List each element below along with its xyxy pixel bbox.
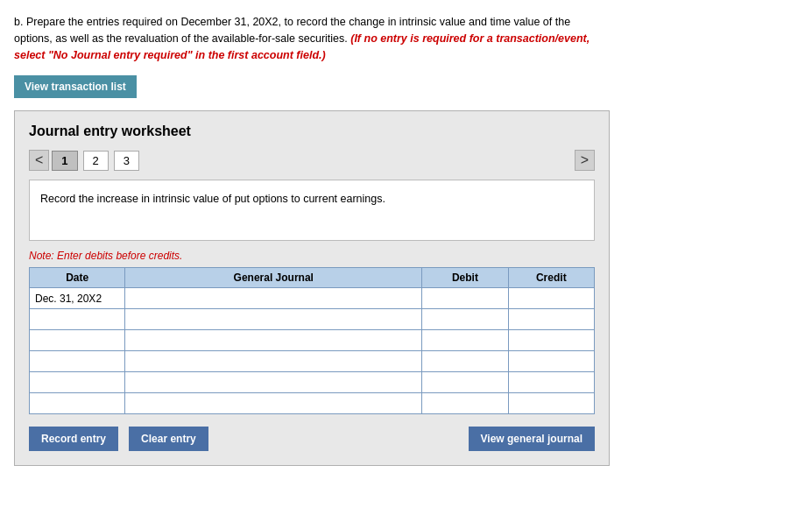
credit-cell[interactable] <box>508 330 594 351</box>
col-header-date: Date <box>30 268 125 288</box>
credit-cell[interactable] <box>508 288 594 309</box>
debit-cell[interactable] <box>422 351 508 372</box>
tab-3[interactable]: 3 <box>114 151 139 171</box>
col-header-debit: Debit <box>422 268 508 288</box>
journal-input[interactable] <box>131 356 416 368</box>
journal-input[interactable] <box>131 314 416 326</box>
credit-cell[interactable] <box>508 393 594 414</box>
journal-cell[interactable] <box>125 351 422 372</box>
journal-input[interactable] <box>131 398 416 410</box>
tab-1[interactable]: 1 <box>52 151 77 171</box>
credit-input[interactable] <box>514 314 589 326</box>
nav-next-arrow[interactable]: > <box>575 150 595 171</box>
table-row: Dec. 31, 20X2 <box>30 288 595 309</box>
table-row <box>30 393 595 414</box>
table-row <box>30 330 595 351</box>
tab-2[interactable]: 2 <box>83 151 109 171</box>
debit-cell[interactable] <box>422 393 508 414</box>
nav-row: < 1 2 3 > <box>29 150 595 171</box>
nav-prev-arrow[interactable]: < <box>29 150 49 171</box>
worksheet-container: Journal entry worksheet < 1 2 3 > Record… <box>14 110 610 466</box>
journal-cell[interactable] <box>125 393 422 414</box>
col-header-general-journal: General Journal <box>125 268 422 288</box>
credit-input[interactable] <box>514 398 589 410</box>
debit-input[interactable] <box>427 398 502 410</box>
debit-cell[interactable] <box>422 372 508 393</box>
date-cell <box>30 393 125 414</box>
journal-cell[interactable] <box>125 288 422 309</box>
debit-cell[interactable] <box>422 330 508 351</box>
col-header-credit: Credit <box>508 268 594 288</box>
date-cell: Dec. 31, 20X2 <box>30 288 125 309</box>
record-entry-button[interactable]: Record entry <box>29 427 118 451</box>
credit-input[interactable] <box>514 377 589 389</box>
debit-input[interactable] <box>427 377 502 389</box>
instructions-text: b. Prepare the entries required on Decem… <box>14 14 610 63</box>
description-text: Record the increase in intrinsic value o… <box>40 193 385 205</box>
clear-entry-button[interactable]: Clear entry <box>129 427 208 451</box>
credit-cell[interactable] <box>508 372 594 393</box>
journal-input[interactable] <box>131 293 416 305</box>
journal-input[interactable] <box>131 335 416 347</box>
worksheet-title: Journal entry worksheet <box>29 123 595 139</box>
debit-cell[interactable] <box>422 288 508 309</box>
debit-input[interactable] <box>427 335 502 347</box>
journal-input[interactable] <box>131 377 416 389</box>
button-row: Record entry Clear entry View general jo… <box>29 427 595 451</box>
debit-input[interactable] <box>427 293 502 305</box>
debit-cell[interactable] <box>422 309 508 330</box>
table-row <box>30 351 595 372</box>
journal-table: Date General Journal Debit Credit Dec. 3… <box>29 267 595 414</box>
credit-cell[interactable] <box>508 351 594 372</box>
journal-cell[interactable] <box>125 372 422 393</box>
description-box: Record the increase in intrinsic value o… <box>29 180 595 241</box>
date-cell <box>30 330 125 351</box>
date-cell <box>30 372 125 393</box>
credit-input[interactable] <box>514 356 589 368</box>
debit-input[interactable] <box>427 314 502 326</box>
journal-cell[interactable] <box>125 330 422 351</box>
credit-cell[interactable] <box>508 309 594 330</box>
note-text: Note: Enter debits before credits. <box>29 250 595 262</box>
table-row <box>30 309 595 330</box>
view-transaction-button[interactable]: View transaction list <box>14 75 137 98</box>
debit-input[interactable] <box>427 356 502 368</box>
view-general-journal-button[interactable]: View general journal <box>469 427 595 451</box>
date-cell <box>30 351 125 372</box>
table-row <box>30 372 595 393</box>
date-cell <box>30 309 125 330</box>
credit-input[interactable] <box>514 335 589 347</box>
journal-cell[interactable] <box>125 309 422 330</box>
credit-input[interactable] <box>514 293 589 305</box>
